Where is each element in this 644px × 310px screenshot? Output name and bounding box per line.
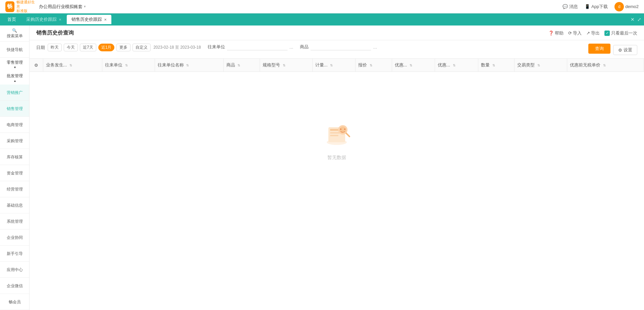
query-button[interactable]: 查询 — [588, 44, 610, 54]
table-col-discount2[interactable]: 优惠... ⇅ — [435, 59, 478, 72]
tab-sales-close[interactable]: ✕ — [104, 18, 107, 21]
sidebar-item-marketing[interactable]: 营销推广 — [0, 85, 29, 101]
sidebar-item-purchase-label: 采购管理 — [7, 139, 23, 144]
sidebar-item-basic-info[interactable]: 基础信息 — [0, 197, 29, 213]
maximize-icon[interactable]: ⤢ — [637, 17, 641, 22]
page-header: 销售历史价查询 ❓ 帮助 ⟳ 导入 ↗ 导出 ✓ 只看最后一次 — [30, 25, 644, 40]
sidebar-item-sales[interactable]: 销售管理 — [0, 101, 29, 117]
logo-text: 畅捷通好生意 标准版 — [16, 0, 35, 13]
tabbar: 首页 采购历史价跟踪 ✕ 销售历史价跟踪 ✕ ✕ ⤢ — [0, 13, 644, 25]
sidebar-item-app-center[interactable]: 应用中心 — [0, 262, 29, 278]
partner-dots[interactable]: ... — [289, 44, 293, 50]
table-col-partner-name[interactable]: 往来单位名称 ⇅ — [155, 59, 223, 72]
partner-input[interactable] — [227, 44, 287, 50]
message-btn[interactable]: 💬 消息 — [562, 4, 578, 10]
tab-purchase-close[interactable]: ✕ — [59, 18, 61, 21]
sort-icon: ⇅ — [283, 63, 285, 67]
table-col-quantity[interactable]: 数量 ⇅ — [478, 59, 515, 72]
sidebar-item-corp-wechat[interactable]: 企业微信 — [0, 278, 29, 294]
table-col-goods[interactable]: 商品 ⇅ — [223, 59, 260, 72]
filter-bar: 日期 昨天 今天 近7天 近1月 更多 自定义 2023-02-18 至 202… — [30, 40, 644, 59]
import-icon: ⟳ — [568, 31, 572, 36]
date-btn-7days[interactable]: 近7天 — [80, 44, 96, 51]
date-btn-today[interactable]: 今天 — [64, 44, 78, 51]
export-icon: ↗ — [586, 31, 590, 36]
sidebar-item-quick-nav[interactable]: 快捷导航 — [0, 42, 29, 58]
help-btn[interactable]: ❓ 帮助 — [548, 30, 564, 36]
table-col-trade-type[interactable]: 交易类型 ⇅ — [515, 59, 567, 72]
chevron-down-icon: ▾ — [14, 65, 16, 69]
tab-sales-history[interactable]: 销售历史价跟踪 ✕ — [67, 15, 111, 24]
tab-sales-label: 销售历史价跟踪 — [71, 16, 102, 22]
sidebar-item-search[interactable]: 🔍 搜索菜单 — [0, 25, 29, 42]
import-btn[interactable]: ⟳ 导入 — [568, 30, 582, 36]
date-btn-custom[interactable]: 自定义 — [132, 44, 151, 51]
message-icon: 💬 — [562, 4, 568, 9]
sidebar-item-marketing-label: 营销推广 — [7, 90, 23, 96]
sidebar-item-finance-label: 资金管理 — [7, 171, 23, 176]
settings-button[interactable]: ⚙ 设置 — [613, 45, 637, 55]
filter-right-actions: 查询 ⚙ 设置 — [588, 44, 637, 55]
svg-rect-4 — [330, 135, 338, 136]
table-col-pretax-price[interactable]: 优惠前无税单价 ⇅ — [567, 59, 644, 72]
only-last-checkbox[interactable]: ✓ — [604, 31, 610, 36]
app-icon: 📱 — [585, 4, 590, 9]
app-download-btn[interactable]: 📱 App下载 — [585, 4, 608, 10]
table-col-unit[interactable]: 计量... ⇅ — [312, 59, 356, 72]
partner-filter-group: 往来单位 ... — [208, 44, 293, 50]
tab-home-label: 首页 — [7, 16, 16, 22]
avatar: d — [614, 2, 624, 11]
sidebar-item-ecommerce[interactable]: 电商管理 — [0, 117, 29, 133]
sort-icon: ⇅ — [330, 63, 333, 67]
table-col-discount1[interactable]: 优惠... ⇅ — [392, 59, 435, 72]
table-col-partner-code[interactable]: 往来单位 ⇅ — [102, 59, 155, 72]
goods-input[interactable] — [311, 44, 371, 50]
sidebar-item-vip[interactable]: 畅会员 — [0, 294, 29, 310]
sidebar-item-corp-wechat-label: 企业微信 — [7, 283, 23, 289]
table-col-spec[interactable]: 规格型号 ⇅ — [260, 59, 313, 72]
date-btn-more[interactable]: 更多 — [116, 44, 130, 51]
sidebar-item-ecommerce-label: 电商管理 — [7, 122, 23, 128]
company-dropdown[interactable]: 办公用品行业模拟账套 ▾ — [35, 4, 562, 10]
sidebar-item-enterprise[interactable]: 企业协同 — [0, 229, 29, 246]
sidebar-item-quick-nav-label: 快捷导航 — [7, 47, 23, 53]
date-btn-1month[interactable]: 近1月 — [98, 44, 115, 51]
close-all-icon[interactable]: ✕ — [631, 17, 635, 22]
export-btn[interactable]: ↗ 导出 — [586, 30, 600, 36]
sidebar-item-operation[interactable]: 经营管理 — [0, 181, 29, 197]
date-label: 日期 — [36, 45, 45, 51]
tabbar-right: ✕ ⤢ — [631, 17, 641, 22]
table-col-biz-date[interactable]: 业务发生... ⇅ — [43, 59, 102, 72]
table-col-settings[interactable]: ⚙ — [30, 59, 43, 72]
user-menu[interactable]: d demo2 — [614, 2, 639, 11]
only-last-label: 只看最后一次 — [611, 30, 637, 36]
sidebar-item-inventory[interactable]: 库存核算 — [0, 149, 29, 165]
tab-home[interactable]: 首页 — [3, 15, 21, 24]
table-col-quote[interactable]: 报价 ⇅ — [356, 59, 392, 72]
tab-purchase-history[interactable]: 采购历史价跟踪 ✕ — [21, 15, 66, 24]
empty-text: 暂无数据 — [327, 155, 346, 161]
topbar: 畅 畅捷通好生意 标准版 办公用品行业模拟账套 ▾ 💬 消息 📱 App下载 d… — [0, 0, 644, 13]
sort-icon: ⇅ — [237, 63, 240, 67]
sidebar-item-guide[interactable]: 新手引导 — [0, 246, 29, 262]
sidebar-item-wholesale[interactable]: 批发管理 ▴ — [0, 71, 29, 85]
sidebar-item-system-label: 系统管理 — [7, 219, 23, 224]
svg-point-9 — [344, 128, 345, 130]
sidebar-item-sales-label: 销售管理 — [7, 106, 23, 112]
date-btn-yesterday[interactable]: 昨天 — [48, 44, 62, 51]
sidebar-item-vip-label: 畅会员 — [9, 300, 21, 305]
sidebar-item-system[interactable]: 系统管理 — [0, 213, 29, 229]
content-area: 销售历史价查询 ❓ 帮助 ⟳ 导入 ↗ 导出 ✓ 只看最后一次 — [30, 25, 644, 310]
date-filter-buttons: 昨天 今天 近7天 近1月 更多 自定义 — [48, 44, 151, 51]
column-settings-icon[interactable]: ⚙ — [34, 63, 38, 68]
sidebar-item-operation-label: 经营管理 — [7, 187, 23, 192]
sidebar-item-search-label: 搜索菜单 — [7, 34, 23, 39]
svg-rect-3 — [330, 132, 340, 134]
sidebar-item-app-center-label: 应用中心 — [7, 267, 23, 273]
sidebar-item-retail[interactable]: 零售管理 ▾ — [0, 58, 29, 71]
only-last-toggle[interactable]: ✓ 只看最后一次 — [604, 30, 637, 36]
goods-dots[interactable]: ... — [373, 44, 377, 50]
chevron-up-icon: ▴ — [14, 79, 16, 83]
sidebar-item-finance[interactable]: 资金管理 — [0, 165, 29, 181]
sidebar-item-purchase[interactable]: 采购管理 — [0, 133, 29, 149]
